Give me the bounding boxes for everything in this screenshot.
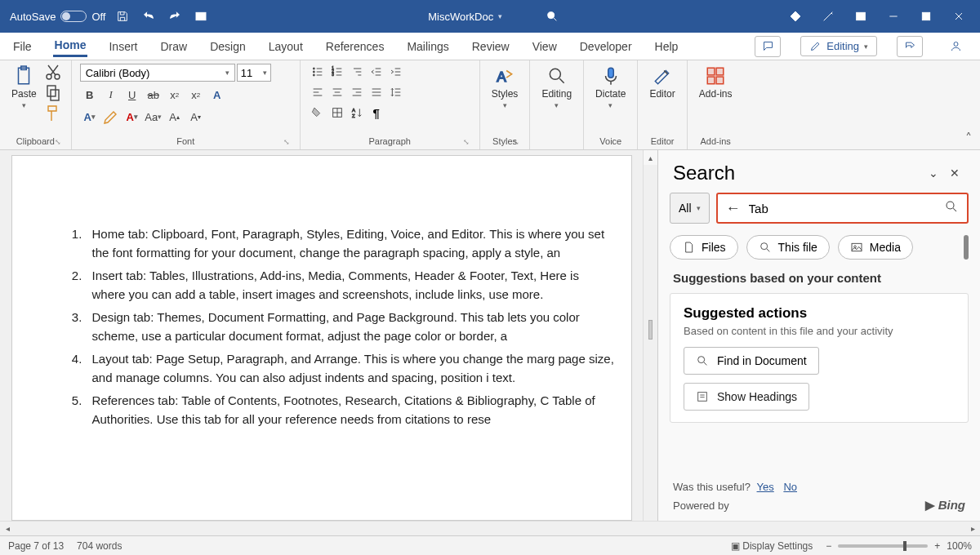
zoom-slider[interactable] [838, 544, 928, 548]
tab-layout[interactable]: Layout [267, 37, 305, 56]
decrease-indent-button[interactable] [368, 64, 385, 80]
tab-references[interactable]: References [324, 37, 386, 56]
scroll-thumb[interactable] [648, 320, 653, 340]
share-button[interactable] [897, 36, 923, 57]
show-marks-button[interactable]: ¶ [368, 104, 385, 121]
chip-media[interactable]: Media [838, 235, 913, 260]
collapse-ribbon-icon[interactable]: ˄ [965, 60, 980, 149]
numbering-button[interactable]: 123 [328, 64, 346, 80]
autosave-toggle[interactable]: AutoSave Off [10, 11, 105, 23]
cut-icon[interactable] [43, 64, 63, 82]
shrink-font-button[interactable]: A▾ [186, 108, 206, 126]
svg-rect-11 [51, 90, 59, 100]
superscript-button[interactable]: x2 [186, 86, 206, 104]
useful-yes-link[interactable]: Yes [757, 481, 774, 493]
tab-help[interactable]: Help [653, 37, 680, 56]
diamond-icon[interactable] [779, 0, 812, 33]
group-label: Voice [599, 136, 621, 146]
search-filter[interactable]: All▾ [670, 193, 710, 224]
addins-button[interactable]: Add-ins [696, 64, 736, 101]
underline-button[interactable]: U [122, 86, 142, 104]
status-page[interactable]: Page 7 of 13 [8, 540, 64, 552]
align-right-button[interactable] [348, 84, 366, 100]
align-left-button[interactable] [309, 84, 327, 100]
copy-icon[interactable] [43, 84, 63, 102]
horizontal-scrollbar[interactable]: ◂ ▸ [0, 521, 980, 535]
save-icon[interactable] [114, 7, 131, 25]
tab-design[interactable]: Design [208, 37, 247, 56]
zoom-level[interactable]: 100% [947, 540, 972, 552]
font-color-button[interactable]: A▾ [122, 108, 142, 126]
zoom-in-icon[interactable]: + [934, 540, 940, 552]
comments-button[interactable] [755, 36, 781, 57]
chevron-down-icon[interactable]: ⌄ [923, 162, 944, 184]
close-pane-icon[interactable]: ✕ [944, 162, 965, 184]
justify-button[interactable] [368, 84, 385, 100]
text-effects-button[interactable]: A [207, 86, 227, 104]
font-name-combo[interactable]: Calibri (Body)▾ [80, 64, 235, 82]
increase-indent-button[interactable] [387, 64, 405, 80]
maximize-icon[interactable] [910, 0, 942, 33]
styles-button[interactable]: A Styles▾ [488, 64, 522, 111]
vertical-scrollbar[interactable]: ▴ [643, 150, 657, 521]
document-area[interactable]: Home tab: Clipboard, Font, Paragraph, St… [0, 150, 643, 521]
scroll-left-icon[interactable]: ◂ [0, 524, 15, 533]
highlight-button[interactable] [101, 108, 121, 126]
display-settings-button[interactable]: ▣ Display Settings [731, 540, 813, 552]
format-painter-icon[interactable] [43, 104, 63, 122]
close-icon[interactable] [942, 0, 975, 33]
account-icon[interactable] [942, 36, 969, 57]
paste-button[interactable]: Paste ▾ [8, 64, 40, 111]
strike-button[interactable]: ab [144, 86, 163, 104]
bold-button[interactable]: B [80, 86, 100, 104]
subscript-button[interactable]: x2 [165, 86, 185, 104]
window-icon[interactable] [844, 0, 877, 33]
redo-icon[interactable] [166, 7, 184, 25]
action-show-headings[interactable]: Show Headings [684, 383, 809, 411]
document-title[interactable]: MiscWorkDoc ▾ [428, 11, 502, 23]
wand-icon[interactable] [812, 0, 844, 33]
zoom-control[interactable]: − + 100% [826, 540, 972, 552]
font-size-combo[interactable]: 11▾ [237, 64, 271, 82]
tab-insert[interactable]: Insert [107, 37, 139, 56]
tab-view[interactable]: View [531, 37, 559, 56]
scroll-up-icon[interactable]: ▴ [644, 150, 657, 165]
italic-button[interactable]: I [101, 86, 121, 104]
grow-font-button[interactable]: A▴ [165, 108, 185, 126]
search-icon[interactable] [944, 199, 959, 217]
bullets-button[interactable] [309, 64, 327, 80]
useful-no-link[interactable]: No [783, 481, 797, 493]
multilevel-button[interactable] [348, 64, 366, 80]
dictate-button[interactable]: Dictate▾ [592, 64, 629, 111]
tab-developer[interactable]: Developer [578, 37, 634, 56]
action-find-in-document[interactable]: Find in Document [684, 347, 819, 375]
minimize-icon[interactable] [877, 0, 910, 33]
sort-button[interactable]: AZ [348, 104, 366, 121]
chip-thisfile[interactable]: This file [746, 235, 830, 260]
more-chips-icon[interactable] [964, 235, 969, 260]
search-icon[interactable] [543, 7, 561, 25]
tab-mailings[interactable]: Mailings [405, 37, 450, 56]
change-case-button[interactable]: Aa▾ [144, 108, 163, 126]
back-arrow-icon[interactable]: ← [726, 200, 741, 217]
tab-review[interactable]: Review [470, 37, 511, 56]
shading-button[interactable] [309, 104, 327, 121]
line-spacing-button[interactable] [387, 84, 405, 100]
zoom-out-icon[interactable]: − [826, 540, 831, 552]
chip-files[interactable]: Files [670, 235, 738, 260]
quick-access-icon[interactable] [192, 7, 210, 25]
scroll-right-icon[interactable]: ▸ [965, 524, 980, 533]
tab-draw[interactable]: Draw [158, 37, 189, 56]
status-words[interactable]: 704 words [77, 540, 122, 552]
tab-home[interactable]: Home [53, 35, 88, 57]
undo-icon[interactable] [140, 7, 158, 25]
borders-button[interactable] [328, 104, 346, 121]
search-input[interactable] [749, 194, 936, 222]
align-center-button[interactable] [328, 84, 346, 100]
editor-button[interactable]: Editor [646, 64, 678, 101]
tab-file[interactable]: File [11, 37, 33, 56]
text-outline-button[interactable]: A▾ [80, 108, 100, 126]
editing-mode-button[interactable]: Editing ▾ [800, 36, 877, 56]
editing-button[interactable]: Editing▾ [538, 64, 575, 111]
group-label: Paragraph [369, 136, 411, 146]
